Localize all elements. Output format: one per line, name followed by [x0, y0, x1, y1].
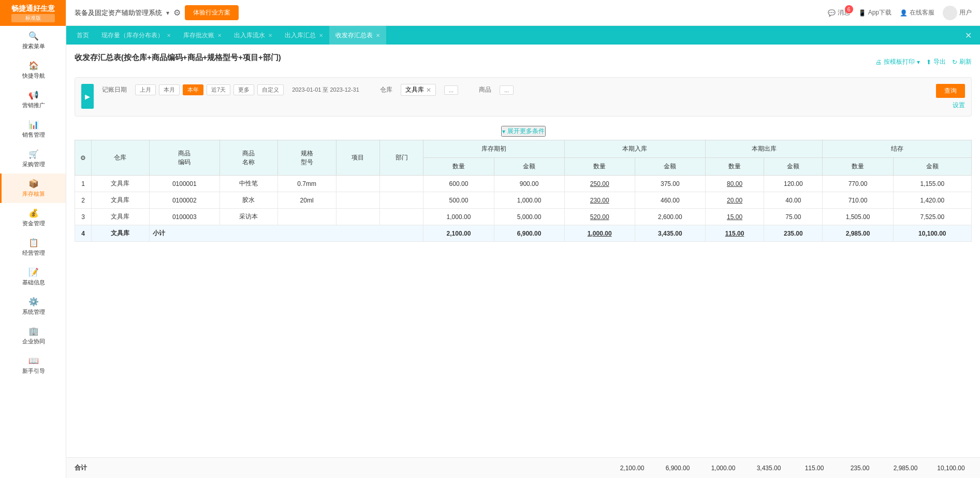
- print-button[interactable]: 🖨 按模板打印 ▾: [875, 57, 920, 66]
- date-btn-last-month[interactable]: 上月: [135, 84, 156, 95]
- expand-row: ▾ 展开更多条件: [75, 123, 972, 140]
- tab-库存批次账[interactable]: 库存批次账✕: [177, 26, 228, 45]
- tabs-bar: 首页现存量（库存分布表）✕库存批次账✕出入库流水✕出入库汇总✕收发存汇总表✕ ✕: [66, 26, 980, 45]
- warehouse-more-button[interactable]: ...: [444, 85, 458, 95]
- print-label: 按模板打印: [884, 57, 915, 66]
- date-btn-custom[interactable]: 自定义: [257, 84, 284, 95]
- footer-begin-amount: 6,900.00: [657, 465, 698, 472]
- cell-balance-amount: 1,155.00: [893, 176, 971, 192]
- quick-nav-icon: 🏠: [28, 61, 39, 70]
- subtotal-in-qty[interactable]: 1,000.00: [564, 225, 635, 242]
- footer-balance-qty: 2,985.00: [885, 465, 926, 472]
- th-goods-code: 商品编码: [149, 140, 220, 176]
- tab-close-icon[interactable]: ✕: [217, 33, 222, 38]
- footer-out-amount: 235.00: [839, 465, 881, 472]
- cell-out-qty[interactable]: 80.00: [705, 176, 764, 192]
- sidebar-item-marketing[interactable]: 📢 营销推广: [0, 85, 66, 114]
- expand-conditions-button[interactable]: ▾ 展开更多条件: [501, 126, 546, 137]
- header-left: 装备及固定资产辅助管理系统 ▾ ⚙ 体验行业方案: [75, 5, 239, 20]
- main-content: 装备及固定资产辅助管理系统 ▾ ⚙ 体验行业方案 💬 消息 6 📱 App下载 …: [66, 0, 980, 478]
- refresh-button[interactable]: ↻ 刷新: [952, 57, 972, 66]
- system-icon: ⚙️: [28, 297, 39, 307]
- tabs-close-icon[interactable]: ✕: [961, 31, 976, 40]
- date-btn-this-year[interactable]: 本年: [183, 84, 203, 95]
- th-settings[interactable]: ⚙: [75, 140, 92, 176]
- tab-收发存汇总表[interactable]: 收发存汇总表✕: [329, 26, 386, 45]
- date-btn-this-month[interactable]: 本月: [159, 84, 180, 95]
- subtotal-row: 4 文具库 小计 2,100.00 6,900.00 1,000.00 3,43…: [75, 225, 972, 242]
- cell-project: [336, 176, 379, 192]
- tab-close-icon[interactable]: ✕: [319, 33, 323, 38]
- cell-name: 胶水: [220, 192, 277, 209]
- export-button[interactable]: ⬆ 导出: [926, 57, 946, 66]
- tab-出入库汇总[interactable]: 出入库汇总✕: [279, 26, 329, 45]
- date-btn-7days[interactable]: 近7天: [207, 84, 230, 95]
- sidebar-item-search[interactable]: 🔍 搜索菜单: [0, 26, 66, 55]
- cell-in-qty[interactable]: 250.00: [564, 176, 635, 192]
- th-out-amount: 金额: [764, 158, 823, 176]
- warehouse-tag-close[interactable]: ✕: [426, 86, 431, 94]
- download-icon: 📱: [858, 9, 866, 17]
- th-project: 项目: [336, 140, 379, 176]
- system-dropdown[interactable]: ▾: [166, 9, 169, 17]
- filter-expand-button[interactable]: ▶: [81, 84, 94, 109]
- goods-more-button[interactable]: ...: [500, 85, 514, 95]
- footer-out-qty: 115.00: [794, 465, 835, 472]
- query-button[interactable]: 查询: [936, 84, 965, 98]
- sidebar-item-finance[interactable]: 💰 资金管理: [0, 203, 66, 233]
- cell-balance-qty: 770.00: [823, 176, 893, 192]
- warehouse-tag: 文具库 ✕: [401, 84, 436, 96]
- message-icon: 💬: [828, 9, 836, 17]
- sidebar-label-search: 搜索菜单: [22, 42, 45, 50]
- filter-row-date: 记账日期 上月 本月 本年 近7天 更多 自定义 2023-01-01 至 20…: [102, 84, 928, 96]
- sidebar-item-system[interactable]: ⚙️ 系统管理: [0, 292, 66, 321]
- sidebar-item-enterprise[interactable]: 🏢 企业协同: [0, 321, 66, 351]
- sidebar-label-basic: 基础信息: [22, 279, 45, 286]
- tab-close-icon[interactable]: ✕: [376, 33, 380, 38]
- settings-link[interactable]: 设置: [953, 101, 965, 110]
- warehouse-label: 仓库: [380, 85, 392, 94]
- export-icon: ⬆: [926, 59, 931, 66]
- cell-warehouse: 文具库: [92, 209, 150, 225]
- sidebar-item-operation[interactable]: 📋 经营管理: [0, 233, 66, 262]
- cell-code: 0100001: [149, 176, 220, 192]
- sidebar-item-purchase[interactable]: 🛒 采购管理: [0, 144, 66, 173]
- sidebar-label-purchase: 采购管理: [22, 161, 45, 168]
- sidebar-item-basic[interactable]: 📝 基础信息: [0, 262, 66, 292]
- date-btn-more[interactable]: 更多: [233, 84, 254, 95]
- cell-out-qty[interactable]: 15.00: [705, 209, 764, 225]
- sidebar-label-finance: 资金管理: [22, 220, 45, 227]
- messages-action[interactable]: 💬 消息 6: [828, 8, 850, 17]
- cell-in-qty[interactable]: 520.00: [564, 209, 635, 225]
- subtotal-out-qty[interactable]: 115.00: [705, 225, 764, 242]
- settings-icon[interactable]: ⚙: [173, 8, 181, 18]
- sidebar-item-inventory[interactable]: 📦 库存核算: [0, 173, 66, 203]
- logo-text: 畅捷通好生意: [11, 4, 55, 13]
- cell-begin-amount: 1,000.00: [494, 192, 564, 209]
- cell-no: 2: [75, 192, 92, 209]
- page-title: 收发存汇总表(按仓库+商品编码+商品+规格型号+项目+部门): [75, 53, 281, 63]
- th-goods-name: 商品名称: [220, 140, 277, 176]
- subtotal-no: 4: [75, 225, 92, 242]
- sidebar-item-sales[interactable]: 📊 销售管理: [0, 114, 66, 144]
- marketing-icon: 📢: [28, 90, 39, 100]
- chevron-down-icon: ▾: [917, 59, 920, 66]
- app-download-action[interactable]: 📱 App下载: [858, 8, 891, 17]
- tab-close-icon[interactable]: ✕: [268, 33, 272, 38]
- cell-out-amount: 120.00: [764, 176, 823, 192]
- footer-in-amount: 3,435.00: [748, 465, 789, 472]
- online-service-action[interactable]: 👤 在线客服: [900, 8, 934, 17]
- tab-首页[interactable]: 首页: [70, 26, 95, 45]
- sidebar-item-guide[interactable]: 📖 新手引导: [0, 351, 66, 380]
- trial-button[interactable]: 体验行业方案: [185, 5, 239, 20]
- tab-close-icon[interactable]: ✕: [167, 33, 171, 38]
- sidebar-item-quick-nav[interactable]: 🏠 快捷导航: [0, 55, 66, 85]
- cell-code: 0100003: [149, 209, 220, 225]
- tab-出入库流水[interactable]: 出入库流水✕: [228, 26, 279, 45]
- cell-in-qty[interactable]: 230.00: [564, 192, 635, 209]
- page-footer: 合计 2,100.00 6,900.00 1,000.00 3,435.00 1…: [66, 457, 980, 478]
- user-action[interactable]: 用户: [943, 6, 972, 20]
- tab-现存量（库存分布表）[interactable]: 现存量（库存分布表）✕: [95, 26, 177, 45]
- th-in-qty: 数量: [564, 158, 635, 176]
- cell-out-qty[interactable]: 20.00: [705, 192, 764, 209]
